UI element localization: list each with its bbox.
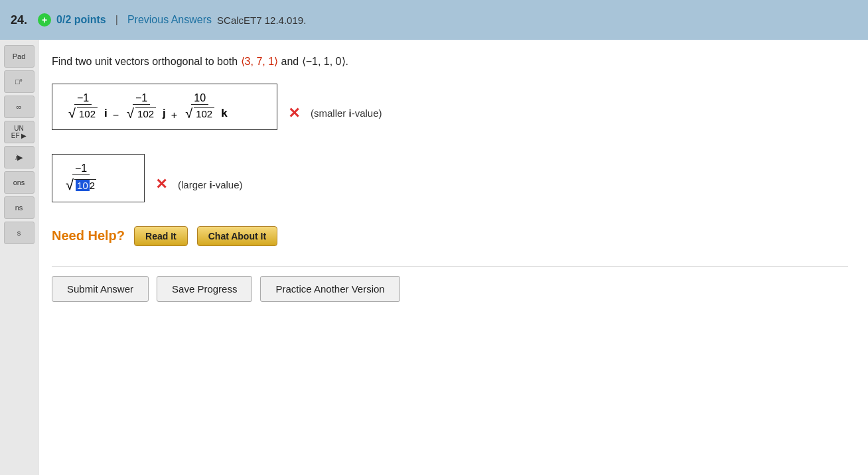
frac3-num: 10 [191, 92, 208, 105]
sidebar-item-pad[interactable]: Pad [4, 45, 35, 68]
problem-text-middle: and [278, 56, 302, 67]
problem-id: SCalcET7 12.4.019. [217, 15, 306, 26]
letter-i-1: i [104, 107, 108, 120]
submit-answer-button[interactable]: Submit Answer [52, 276, 149, 302]
answer2-row: −1 √ 102 ✕ (larger i-value) [52, 154, 848, 216]
sidebar-item-ons[interactable]: ons [4, 171, 35, 194]
sidebar-item-s[interactable]: s [4, 222, 35, 244]
divider: | [115, 14, 118, 26]
read-it-button[interactable]: Read It [134, 226, 188, 246]
previous-answers-link[interactable]: Previous Answers [127, 14, 212, 26]
question-number: 24. [11, 13, 27, 27]
save-progress-button[interactable]: Save Progress [157, 276, 252, 302]
op1: − [113, 109, 119, 121]
answer1-row: −1 √ 102 i − −1 [52, 84, 848, 143]
op2: + [171, 109, 177, 121]
sidebar-item-ns[interactable]: ns [4, 196, 35, 219]
frac4: −1 √ 102 [63, 163, 99, 194]
frac2: −1 √ 102 [124, 92, 159, 121]
sidebar-item-infinity[interactable]: ∞ [4, 96, 35, 118]
need-help-section: Need Help? Read It Chat About It [52, 226, 848, 246]
sqrt-rest: 2 [90, 180, 95, 191]
header-bar: 24. + 0/2 points | Previous Answers SCal… [0, 0, 868, 40]
problem-text-after: . [346, 56, 348, 67]
vector1: ⟨3, 7, 1⟩ [241, 56, 278, 67]
vector2: ⟨−1, 1, 0⟩ [302, 56, 346, 67]
problem-text-before: Find two unit vectors orthogonal to both [52, 56, 241, 67]
sqrt1: √ 102 [68, 106, 98, 121]
sidebar-item-un-ef[interactable]: UNEF ▶ [4, 121, 35, 143]
sqrt4: √ 102 [66, 176, 96, 194]
frac3: 10 √ 102 [182, 92, 217, 121]
sqrt2: √ 102 [127, 106, 156, 121]
frac1: −1 √ 102 [66, 92, 100, 121]
points-label: 0/2 points [56, 14, 106, 26]
need-help-label: Need Help? [52, 228, 125, 243]
answer2-label: (larger i-value) [178, 179, 243, 190]
sqrt-highlight: 10 [76, 180, 90, 191]
wrong-icon-1: ✕ [288, 105, 300, 122]
wrong-icon-2: ✕ [155, 176, 167, 193]
frac4-num: −1 [72, 163, 90, 175]
plus-icon: + [38, 13, 51, 27]
sqrt3: √ 102 [185, 106, 214, 121]
math-expr-1: −1 √ 102 i − −1 [66, 92, 263, 121]
answer1-box: −1 √ 102 i − −1 [52, 84, 277, 130]
frac3-den: √ 102 [182, 105, 217, 121]
content-area: Find two unit vectors orthogonal to both… [38, 40, 868, 475]
problem-statement: Find two unit vectors orthogonal to both… [52, 53, 848, 70]
letter-j: j [163, 107, 166, 120]
sidebar-item-degree[interactable]: □° [4, 70, 35, 93]
math-expr-2: −1 √ 102 [63, 163, 133, 194]
frac2-den: √ 102 [124, 105, 159, 121]
footer-actions: Submit Answer Save Progress Practice Ano… [52, 266, 848, 311]
practice-another-button[interactable]: Practice Another Version [260, 276, 399, 302]
sidebar: Pad □° ∞ UNEF ▶ i ▶ ons ns s [0, 40, 38, 475]
frac1-num: −1 [74, 92, 92, 105]
chat-about-button[interactable]: Chat About It [197, 226, 277, 246]
answer1-label: (smaller i-value) [311, 107, 382, 119]
frac1-den: √ 102 [66, 105, 100, 121]
frac2-num: −1 [133, 92, 150, 105]
answer2-box: −1 √ 102 [52, 154, 145, 202]
main-layout: Pad □° ∞ UNEF ▶ i ▶ ons ns s Find two un… [0, 40, 868, 475]
frac4-den: √ 102 [63, 175, 99, 194]
sidebar-item-i[interactable]: i ▶ [4, 146, 35, 169]
letter-k: k [221, 107, 227, 120]
